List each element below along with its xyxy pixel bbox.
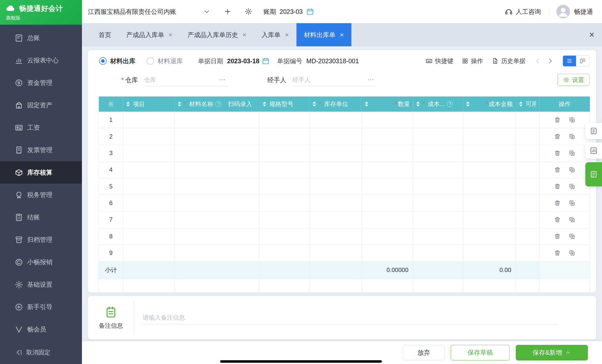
sidebar-item-general-ledger[interactable]: 总账	[0, 27, 82, 49]
sidebar-item-inventory[interactable]: 库存核算	[0, 161, 82, 184]
sidebar-item-guide[interactable]: 新手引导	[0, 296, 82, 318]
avatar[interactable]	[556, 5, 570, 18]
sidebar-item-reimburse[interactable]: 小畅报销	[0, 251, 82, 273]
delete-row-icon[interactable]	[554, 216, 561, 223]
date-value[interactable]: 2023-03-18	[227, 57, 259, 65]
sort-icon[interactable]	[263, 102, 266, 107]
sidebar-item-invoice[interactable]: 发票管理	[0, 139, 82, 161]
period-value[interactable]: 2023-03	[280, 8, 303, 15]
warehouse-input[interactable]	[144, 76, 218, 83]
save-draft-button[interactable]: 保存草稿	[451, 345, 510, 360]
copy-row-icon[interactable]	[568, 150, 576, 157]
add-account-button[interactable]	[224, 8, 232, 16]
column-quantity[interactable]: *数量	[362, 96, 413, 112]
form-panel-button[interactable]	[585, 162, 602, 186]
gear-icon[interactable]	[107, 101, 114, 108]
remarks-input[interactable]	[143, 311, 558, 324]
detail-panel-button[interactable]	[585, 123, 602, 139]
sidebar-item-payroll[interactable]: 工资	[0, 116, 82, 139]
history-documents-button[interactable]: 历史单据	[492, 57, 525, 65]
column-stock-unit[interactable]: *库存单位	[310, 96, 362, 112]
user-name[interactable]: 畅捷通	[574, 8, 593, 16]
column-unit-cost[interactable]: *成本...?	[413, 96, 463, 112]
radio-material-issue[interactable]: 材料出库	[99, 57, 135, 65]
shortcut-keys-button[interactable]: 快捷键	[426, 57, 453, 65]
tab-finished-goods-receipt-history[interactable]: 产成品入库单历史 ×	[180, 23, 254, 46]
sort-icon[interactable]	[178, 102, 181, 107]
table-row[interactable]: 6	[99, 195, 590, 211]
delete-row-icon[interactable]	[554, 116, 561, 123]
sidebar-item-tax[interactable]: 税务管理	[0, 184, 82, 206]
column-cost-amount[interactable]: *成本金额	[463, 96, 516, 112]
sidebar-item-closing[interactable]: 结账	[0, 206, 82, 228]
delete-row-icon[interactable]	[554, 233, 561, 240]
close-all-tabs-icon[interactable]: ×	[589, 30, 594, 39]
sort-icon[interactable]	[519, 102, 523, 107]
unpin-sidebar-button[interactable]: 取消固定	[0, 341, 82, 364]
sidebar-item-basic-settings[interactable]: 基础设置	[0, 273, 82, 296]
close-tab-icon[interactable]: ×	[169, 31, 172, 39]
delete-row-icon[interactable]	[554, 200, 561, 207]
column-config-header[interactable]	[99, 96, 123, 112]
discard-button[interactable]: 放弃	[403, 345, 445, 360]
prev-document-icon[interactable]	[534, 57, 541, 65]
sort-icon[interactable]	[365, 102, 368, 107]
sidebar-item-funds[interactable]: 资金管理	[0, 72, 82, 94]
column-material-name[interactable]: * 材料名称 ? 扫码录入	[175, 96, 260, 112]
date-calendar-icon[interactable]	[262, 57, 269, 65]
sort-icon[interactable]	[466, 102, 470, 107]
copy-row-icon[interactable]	[568, 200, 576, 207]
help-icon[interactable]: ?	[447, 101, 453, 107]
sidebar-item-member[interactable]: 畅会员	[0, 318, 82, 341]
manual-consult-button[interactable]: 人工咨询	[505, 8, 541, 16]
copy-row-icon[interactable]	[568, 133, 576, 140]
table-row[interactable]: 2	[99, 128, 590, 145]
tab-receipt[interactable]: 入库单 ×	[254, 23, 296, 46]
warehouse-picker-button[interactable]: ⋯	[218, 76, 227, 84]
save-and-new-button[interactable]: 保存&新增	[516, 345, 588, 360]
card-view-button[interactable]	[576, 56, 589, 66]
table-row[interactable]: 9	[99, 245, 590, 261]
delete-row-icon[interactable]	[554, 183, 561, 190]
sidebar-item-cloud-reports[interactable]: 云报表中心	[0, 49, 82, 72]
column-available[interactable]: 可用	[516, 96, 539, 112]
sidebar-item-archive[interactable]: 归档管理	[0, 228, 82, 251]
delete-row-icon[interactable]	[554, 249, 561, 256]
radio-material-return[interactable]: 材料退库	[146, 57, 183, 65]
tab-home[interactable]: 首页	[91, 23, 119, 46]
period-calendar-icon[interactable]	[306, 8, 314, 15]
close-tab-icon[interactable]: ×	[285, 31, 289, 39]
table-row[interactable]: 4	[99, 161, 590, 178]
table-row[interactable]: 3	[99, 145, 590, 161]
copy-row-icon[interactable]	[568, 183, 576, 190]
copy-row-icon[interactable]	[568, 116, 576, 123]
column-spec-model[interactable]: 规格型号	[260, 96, 310, 112]
column-project[interactable]: 项目	[123, 96, 175, 112]
table-row[interactable]: 8	[99, 228, 590, 245]
account-settings-gear-icon[interactable]	[245, 8, 252, 15]
table-row[interactable]: 1	[99, 112, 590, 128]
report-panel-button[interactable]	[585, 143, 602, 159]
copy-row-icon[interactable]	[568, 249, 576, 256]
copy-row-icon[interactable]	[568, 166, 576, 173]
sort-icon[interactable]	[416, 102, 420, 107]
close-tab-icon[interactable]: ×	[340, 31, 344, 39]
close-tab-icon[interactable]: ×	[243, 31, 246, 39]
delete-row-icon[interactable]	[554, 150, 561, 157]
delete-row-icon[interactable]	[554, 133, 561, 140]
operations-button[interactable]: 操作	[462, 57, 483, 65]
help-icon[interactable]: ?	[215, 101, 221, 107]
next-document-icon[interactable]	[547, 57, 554, 65]
sort-icon[interactable]	[313, 102, 316, 107]
delete-row-icon[interactable]	[554, 166, 561, 173]
sidebar-item-fixed-assets[interactable]: 固定资产	[0, 94, 82, 116]
copy-row-icon[interactable]	[568, 233, 576, 240]
company-selector[interactable]: 江西服宝精品有限责任公司内账	[88, 8, 210, 16]
scan-entry-button[interactable]: 扫码录入	[228, 100, 252, 108]
copy-row-icon[interactable]	[568, 216, 576, 223]
tab-finished-goods-receipt[interactable]: 产成品入库单 ×	[119, 23, 180, 46]
tab-material-issue[interactable]: 材料出库单 ×	[296, 23, 351, 46]
sort-icon[interactable]	[126, 102, 130, 107]
table-row[interactable]: 5	[99, 178, 590, 195]
handler-input[interactable]	[292, 76, 367, 83]
